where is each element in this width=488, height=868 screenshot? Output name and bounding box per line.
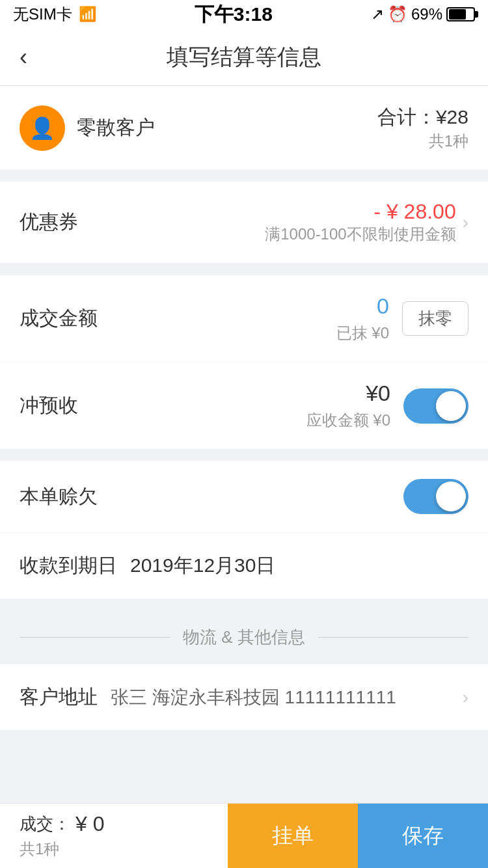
coupon-discount: - ¥ 28.00 — [265, 200, 455, 224]
credit-section: 本单赊欠 收款到期日 2019年12月30日 — [0, 461, 488, 599]
prepayment-sub-text: 应收金额 ¥0 — [306, 410, 390, 431]
coupon-right: - ¥ 28.00 满1000-100不限制使用金额 › — [265, 200, 468, 245]
header-line-left — [20, 637, 170, 638]
bottom-info: 成交： ¥ 0 共1种 — [0, 804, 228, 868]
location-icon: ↗ — [371, 5, 384, 23]
round-sub-text: 已抹 ¥0 — [336, 323, 389, 344]
carrier-text: 无SIM卡 — [13, 4, 72, 25]
coupon-description: 满1000-100不限制使用金额 — [265, 224, 455, 245]
status-left: 无SIM卡 📶 — [13, 4, 96, 25]
prepayment-toggle[interactable] — [403, 388, 468, 424]
prepayment-amount: ¥0 — [366, 381, 390, 406]
chevron-right-icon: › — [463, 212, 468, 233]
address-chevron-icon: › — [463, 687, 468, 708]
content: 👤 零散客户 合计：¥28 共1种 优惠券 - ¥ 28.00 满1000-10… — [0, 86, 488, 820]
coupon-info: - ¥ 28.00 满1000-100不限制使用金额 — [265, 200, 455, 245]
wifi-icon: 📶 — [79, 6, 96, 23]
due-date-row: 收款到期日 2019年12月30日 — [0, 533, 488, 599]
coupon-label: 优惠券 — [20, 209, 78, 236]
alarm-icon: ⏰ — [388, 5, 407, 23]
status-time: 下午3:18 — [195, 1, 273, 28]
prepayment-col: ¥0 应收金额 ¥0 — [306, 381, 390, 431]
deal-amount-col: 0 已抹 ¥0 — [336, 293, 389, 344]
credit-toggle-knob — [436, 481, 466, 511]
avatar-icon: 👤 — [29, 116, 55, 141]
logistics-section-header: 物流 & 其他信息 — [0, 610, 488, 664]
bottom-count: 共1种 — [20, 839, 208, 860]
bottom-bar: 成交： ¥ 0 共1种 挂单 保存 — [0, 803, 488, 868]
battery-icon — [446, 7, 475, 21]
credit-label: 本单赊欠 — [20, 483, 98, 510]
customer-left: 👤 零散客户 — [20, 105, 155, 151]
page-title: 填写结算等信息 — [167, 42, 321, 72]
customer-row: 👤 零散客户 合计：¥28 共1种 — [0, 86, 488, 170]
deal-amount-label: 成交金额 — [20, 305, 98, 332]
logistics-label: 物流 & 其他信息 — [183, 626, 305, 649]
prepayment-row: 冲预收 ¥0 应收金额 ¥0 — [0, 362, 488, 449]
total-count: 共1种 — [377, 131, 468, 152]
credit-row: 本单赊欠 — [0, 461, 488, 533]
total-amount: 合计：¥28 — [377, 104, 468, 131]
back-button[interactable]: ‹ — [20, 44, 27, 71]
customer-name: 零散客户 — [77, 115, 155, 141]
header-line-right — [318, 637, 468, 638]
credit-toggle[interactable] — [403, 479, 468, 514]
round-button[interactable]: 抹零 — [402, 301, 468, 336]
status-bar: 无SIM卡 📶 下午3:18 ↗ ⏰ 69% — [0, 0, 488, 29]
due-date-label: 收款到期日 — [20, 552, 117, 579]
bottom-amount-value: ¥ 0 — [75, 812, 104, 836]
bottom-amount-label: 成交： ¥ 0 — [20, 812, 208, 836]
save-button[interactable]: 保存 — [358, 804, 488, 868]
due-date-value[interactable]: 2019年12月30日 — [130, 552, 275, 579]
coupon-row[interactable]: 优惠券 - ¥ 28.00 满1000-100不限制使用金额 › — [0, 182, 488, 264]
prepayment-label: 冲预收 — [20, 392, 78, 419]
deal-amount-value[interactable]: 0 — [377, 293, 389, 319]
hold-button[interactable]: 挂单 — [228, 804, 358, 868]
toggle-knob — [436, 391, 466, 421]
nav-bar: ‹ 填写结算等信息 — [0, 29, 488, 86]
deal-amount-row: 成交金额 0 已抹 ¥0 抹零 — [0, 275, 488, 362]
status-right: ↗ ⏰ 69% — [371, 5, 475, 23]
address-value: 张三 海淀永丰科技园 11111111111 — [111, 685, 463, 710]
prepayment-right: ¥0 应收金额 ¥0 — [306, 381, 468, 431]
address-row[interactable]: 客户地址 张三 海淀永丰科技园 11111111111 › — [0, 664, 488, 730]
deal-amount-right: 0 已抹 ¥0 抹零 — [336, 293, 468, 344]
avatar: 👤 — [20, 105, 65, 151]
battery-percent: 69% — [411, 5, 442, 23]
section-header-line: 物流 & 其他信息 — [20, 626, 468, 649]
customer-total: 合计：¥28 共1种 — [377, 104, 468, 152]
address-label: 客户地址 — [20, 684, 98, 711]
deal-amount-section: 成交金额 0 已抹 ¥0 抹零 冲预收 ¥0 应收金额 ¥0 — [0, 275, 488, 449]
